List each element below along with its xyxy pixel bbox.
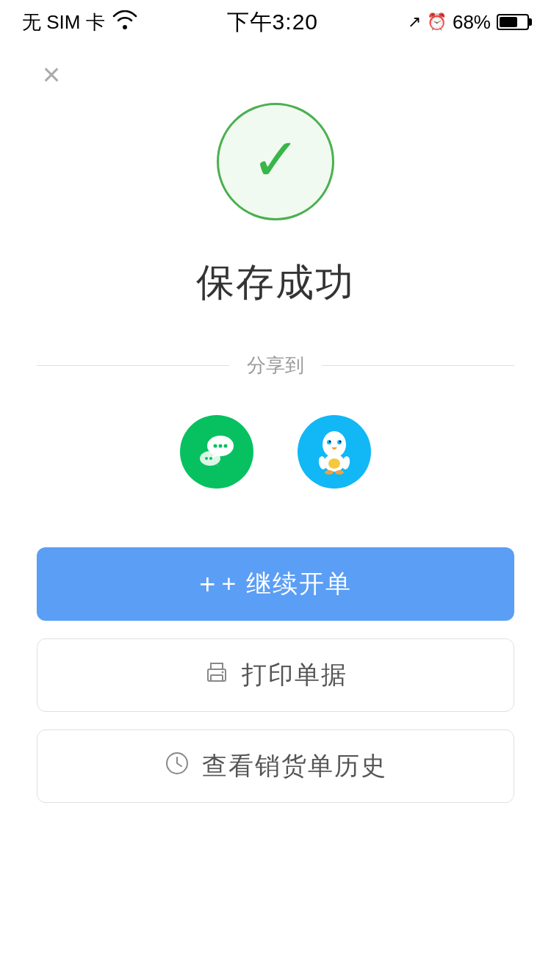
- divider-right: [322, 365, 514, 366]
- location-icon: ↗: [408, 12, 421, 32]
- wechat-icon: [195, 433, 238, 470]
- status-time: 下午3:20: [227, 7, 318, 37]
- svg-point-6: [209, 457, 212, 460]
- share-divider: 分享到: [0, 353, 551, 378]
- printer-icon: [204, 659, 230, 691]
- battery-percent: 68%: [453, 11, 491, 34]
- close-button[interactable]: ×: [29, 53, 73, 97]
- svg-point-2: [219, 444, 223, 448]
- success-circle: ✓: [217, 103, 334, 220]
- checkmark-icon: ✓: [251, 131, 300, 190]
- alarm-icon: ⏰: [427, 12, 447, 32]
- svg-point-15: [335, 470, 344, 475]
- svg-point-3: [224, 444, 228, 448]
- svg-point-11: [339, 440, 341, 442]
- plus-icon: +: [199, 569, 217, 600]
- no-sim-label: 无 SIM 卡: [22, 10, 105, 35]
- status-left: 无 SIM 卡: [22, 10, 137, 35]
- svg-point-10: [329, 440, 331, 442]
- svg-point-20: [222, 671, 224, 674]
- wifi-icon: [112, 10, 137, 35]
- clock-icon: [164, 750, 190, 782]
- wechat-share-button[interactable]: [180, 415, 253, 489]
- svg-point-8: [327, 440, 331, 444]
- svg-point-14: [325, 470, 334, 475]
- share-label: 分享到: [229, 353, 322, 378]
- continue-order-button[interactable]: + + 继续开单: [37, 547, 514, 621]
- battery-indicator: [497, 14, 529, 30]
- svg-rect-19: [211, 675, 223, 681]
- qq-icon: [312, 428, 356, 476]
- print-label: 打印单据: [242, 658, 347, 692]
- divider-left: [37, 365, 229, 366]
- svg-point-13: [328, 458, 340, 469]
- svg-point-5: [205, 457, 208, 460]
- status-right: ↗ ⏰ 68%: [408, 11, 529, 34]
- svg-point-1: [214, 444, 217, 448]
- action-buttons: + + 继续开单 打印单据: [0, 547, 551, 803]
- close-icon: ×: [43, 60, 61, 90]
- history-label: 查看销货单历史: [202, 749, 387, 783]
- svg-point-7: [323, 431, 346, 458]
- qq-share-button[interactable]: [298, 415, 371, 489]
- share-icons: [180, 415, 371, 489]
- main-content: ✓ 保存成功 分享到: [0, 44, 551, 803]
- print-button[interactable]: 打印单据: [37, 638, 514, 712]
- svg-point-9: [337, 440, 342, 444]
- continue-order-label: + 继续开单: [221, 567, 351, 601]
- status-bar: 无 SIM 卡 下午3:20 ↗ ⏰ 68%: [0, 0, 551, 44]
- success-title: 保存成功: [196, 257, 355, 309]
- history-button[interactable]: 查看销货单历史: [37, 729, 514, 803]
